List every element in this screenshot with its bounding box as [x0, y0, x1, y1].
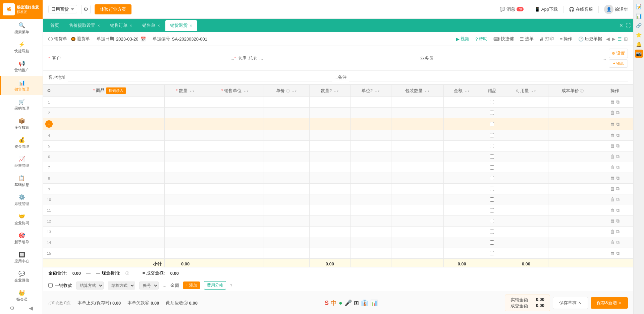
right-panel-btn-3[interactable]: 🔗 [635, 21, 643, 29]
right-panel-btn-4[interactable]: ⭐ [635, 31, 643, 39]
product-input-3[interactable] [57, 122, 162, 127]
fee-split-help-icon[interactable]: ? [230, 284, 232, 288]
copy-btn[interactable]: ⧉ [616, 175, 620, 181]
unit2-cell-3[interactable] [350, 118, 391, 130]
scan-input-btn[interactable]: 扫码录入 [106, 87, 126, 94]
copy-btn[interactable]: ⧉ [616, 250, 620, 256]
footer-icon-7[interactable]: 📊 [370, 299, 378, 307]
message-btn[interactable]: 💬 消息 70 [500, 6, 524, 12]
user-profile-btn[interactable]: 👤 徐泽华 [604, 5, 628, 14]
product-input-1[interactable] [57, 100, 162, 105]
customer-input[interactable] [63, 54, 228, 62]
footer-icon-2[interactable]: 中 [331, 299, 337, 307]
video-btn[interactable]: ▶ 视频 [454, 35, 471, 43]
view-grid-btn[interactable]: ⊞ [624, 36, 628, 42]
right-panel-btn-1[interactable]: 📝 [635, 3, 643, 11]
right-panel-btn-5[interactable]: 🔔 [635, 40, 643, 48]
warehouse-dots-btn[interactable]: ... [259, 56, 263, 61]
sidebar-item-basic[interactable]: 📋 基础信息 [0, 172, 43, 191]
cost-price-info-icon[interactable]: ⓘ [580, 89, 584, 93]
gift-cell-2[interactable] [480, 108, 504, 118]
available-sort[interactable]: ▲▼ [531, 90, 536, 93]
amount-cell-1[interactable] [444, 97, 480, 108]
footer-icon-5[interactable]: ⊞ [354, 299, 359, 307]
topbar-gear-btn[interactable]: ⚙ [81, 5, 91, 14]
footer-icon-4[interactable]: 🎤 [344, 299, 352, 307]
cost-cell-2[interactable] [548, 108, 597, 118]
copy-btn[interactable]: ⧉ [616, 240, 620, 245]
gift-cell-3[interactable] [480, 118, 504, 130]
experience-btn[interactable]: 体验行业方案 [95, 4, 131, 14]
remark-input[interactable] [349, 73, 628, 81]
copy-row-btn-2[interactable]: ⧉ [616, 110, 620, 116]
tab-close-sales-return[interactable]: ✕ [190, 24, 192, 27]
amount-sort[interactable]: ▲▼ [465, 90, 470, 93]
sidebar-item-member[interactable]: 👑 畅会员 [0, 286, 43, 302]
delete-row-btn-2[interactable]: 🗑 [610, 110, 615, 116]
industry-select[interactable]: 日用百货 [48, 5, 77, 13]
sidebar-item-search[interactable]: 🔍 搜索菜单 [0, 19, 43, 38]
logistics-action-btn[interactable]: + 物流 [609, 59, 628, 68]
sidebar-item-newbie[interactable]: 🎯 新手引导 [0, 229, 43, 248]
sidebar-item-system[interactable]: ⚙️ 系统管理 [0, 191, 43, 210]
tab-close-sales-delivery[interactable]: ✕ [157, 24, 160, 27]
delete-btn[interactable]: 🗑 [610, 186, 615, 192]
maximize-btn[interactable]: ⛶ [626, 23, 631, 28]
quantity-sort[interactable]: ▲▼ [190, 90, 195, 93]
available-cell-1[interactable] [504, 97, 548, 108]
app-download-btn[interactable]: 📱 App下载 [535, 6, 558, 12]
qty-cell-2[interactable] [164, 108, 206, 118]
qty2-sort[interactable]: ▲▼ [334, 90, 339, 93]
tab-sales-return[interactable]: 销货退货 ✕ [165, 20, 197, 31]
product-cell-1[interactable] [55, 97, 165, 108]
print-btn[interactable]: 🖨 打印 [538, 35, 556, 43]
footer-icon-1[interactable]: S [325, 300, 329, 307]
one-click-checkbox[interactable] [48, 283, 53, 288]
tab-sales-order[interactable]: 销售订单 ✕ [105, 20, 137, 31]
price-cell-3[interactable] [264, 118, 310, 130]
customer-dots-btn[interactable]: ... [230, 56, 234, 61]
unit-cell-1[interactable] [206, 97, 264, 108]
right-panel-btn-2[interactable]: 📊 [635, 12, 643, 20]
copy-row-btn-1[interactable]: ⧉ [616, 99, 620, 105]
footer-icon-3[interactable]: ● [339, 300, 342, 307]
delete-btn[interactable]: 🗑 [610, 229, 615, 235]
cash-discount-info[interactable]: ⓘ [125, 271, 129, 276]
col-settings[interactable]: ⚙ [43, 85, 55, 97]
shortcut-btn[interactable]: ⌨ 快捷键 [491, 35, 516, 43]
delete-btn[interactable]: 🗑 [610, 143, 615, 149]
calendar-icon[interactable]: 📅 [141, 37, 146, 42]
amount-cell-3[interactable] [444, 118, 480, 130]
sidebar-item-wechat[interactable]: 💬 企业微信 [0, 267, 43, 286]
account-calc-method-select[interactable]: 结算方式 [108, 281, 135, 290]
select-btn[interactable]: ☰ 选单 [518, 35, 536, 43]
salesperson-input[interactable] [435, 54, 600, 62]
tab-home[interactable]: 首页 [46, 20, 64, 31]
product-cell-2[interactable] [55, 108, 165, 118]
delete-btn[interactable]: 🗑 [610, 197, 615, 202]
product-cell-3[interactable] [55, 118, 165, 130]
delete-btn[interactable]: 🗑 [610, 165, 615, 170]
pack-cell-1[interactable] [391, 97, 444, 108]
copy-row-btn-3[interactable]: ⧉ [616, 121, 620, 127]
sidebar-item-shortcuts[interactable]: ⚡ 快捷导航 [0, 38, 43, 57]
sidebar-item-sales[interactable]: 📊 销售管理 [0, 76, 43, 95]
unit-price-sort[interactable]: ▲▼ [292, 90, 297, 93]
qty2-cell-2[interactable] [309, 108, 350, 118]
save-new-btn[interactable]: 保存&新增 ∧ [591, 297, 628, 309]
sidebar-item-purchase[interactable]: 🛒 采购管理 [0, 95, 43, 114]
delete-btn[interactable]: 🗑 [610, 250, 615, 256]
qty2-cell-1[interactable] [309, 97, 350, 108]
pack-cell-2[interactable] [391, 108, 444, 118]
address-dots-btn[interactable]: ... [334, 75, 338, 80]
sidebar-item-finance[interactable]: 💰 资金管理 [0, 133, 43, 152]
cost-cell-1[interactable] [548, 97, 597, 108]
qty-cell-3[interactable] [164, 118, 206, 130]
delete-btn[interactable]: 🗑 [610, 218, 615, 224]
add-row-btn[interactable]: + [45, 120, 53, 128]
pack-cell-3[interactable] [391, 118, 444, 130]
unit-cell-3[interactable] [206, 118, 264, 130]
right-panel-btn-6[interactable]: 📷 [635, 50, 643, 58]
unit2-sort[interactable]: ▲▼ [375, 90, 380, 93]
amount-cell-2[interactable] [444, 108, 480, 118]
